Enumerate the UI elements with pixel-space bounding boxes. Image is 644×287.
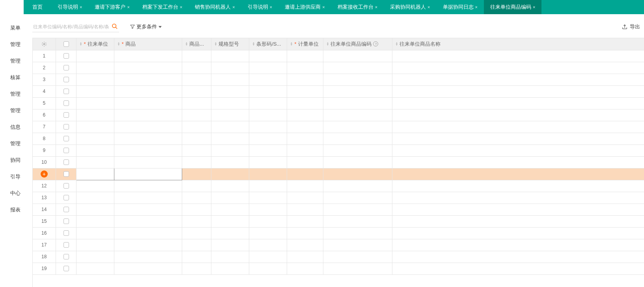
cell[interactable] [287,239,323,251]
cell[interactable] [211,204,249,215]
cell[interactable] [182,251,211,263]
cell[interactable] [76,62,114,74]
cell[interactable] [182,227,211,239]
cell[interactable] [114,204,182,215]
close-icon[interactable]: × [127,5,129,9]
cell[interactable] [287,97,323,109]
cell[interactable] [287,227,323,239]
table-row[interactable]: 5 [33,97,644,109]
cell[interactable] [211,133,249,144]
sidebar-item[interactable]: 报表 [0,202,24,218]
cell[interactable] [76,227,114,239]
cell[interactable] [182,156,211,168]
cell[interactable] [182,168,211,180]
cell[interactable] [287,192,323,204]
cell[interactable] [211,85,249,97]
cell[interactable] [182,62,211,74]
cell[interactable] [76,109,114,121]
cell[interactable] [249,263,287,274]
cell[interactable] [249,180,287,192]
cell[interactable] [76,215,114,227]
cell[interactable] [182,180,211,192]
cell[interactable] [323,144,392,156]
cell[interactable] [287,62,323,74]
column-header-product[interactable]: ▲▼* 商品 [114,38,182,50]
column-header-barcode[interactable]: ▲▼条形码/S... [249,38,287,50]
cell[interactable] [182,97,211,109]
cell[interactable] [114,263,182,274]
sort-icon[interactable]: ▲▼ [327,42,329,46]
cell[interactable] [249,239,287,251]
sort-icon[interactable]: ▲▼ [215,42,217,46]
cell[interactable] [392,97,644,109]
cell[interactable] [211,192,249,204]
cell[interactable] [114,144,182,156]
search-input[interactable] [32,21,119,32]
row-checkbox[interactable] [63,218,69,224]
cell[interactable] [392,144,644,156]
cell[interactable] [392,239,644,251]
sidebar-item[interactable]: 信息 [0,119,24,135]
sidebar-item[interactable]: 管理 [0,102,24,119]
tab[interactable]: 档案下发工作台× [136,0,189,14]
cell[interactable] [323,251,392,263]
tab[interactable]: 引导说明× [51,0,88,14]
cell[interactable] [392,180,644,192]
cell[interactable] [287,85,323,97]
sort-icon[interactable]: ▲▼ [290,42,293,46]
cell[interactable] [76,144,114,156]
row-checkbox[interactable] [63,159,69,165]
row-checkbox[interactable] [63,112,69,118]
cell[interactable] [287,133,323,144]
cell[interactable] [114,227,182,239]
table-row[interactable]: 16 [33,227,644,239]
cell[interactable] [182,239,211,251]
row-checkbox[interactable] [63,53,69,59]
cell[interactable] [287,144,323,156]
cell[interactable] [76,74,114,85]
cell[interactable] [76,263,114,274]
close-icon[interactable]: × [375,5,377,9]
table-row[interactable]: 9 [33,144,644,156]
cell[interactable] [114,239,182,251]
cell[interactable] [182,121,211,133]
cell[interactable] [182,50,211,62]
cell[interactable] [249,168,287,180]
cell[interactable] [211,109,249,121]
help-icon[interactable]: ? [373,41,378,46]
cell[interactable] [392,215,644,227]
row-checkbox[interactable] [63,136,69,141]
row-checkbox[interactable] [63,124,69,130]
cell[interactable] [76,239,114,251]
row-checkbox[interactable] [63,195,69,200]
cell[interactable] [76,204,114,215]
table-row[interactable]: 13 [33,192,644,204]
cell[interactable] [249,144,287,156]
select-all-checkbox[interactable] [63,41,69,47]
table-row[interactable]: 3 [33,74,644,85]
cell[interactable] [249,227,287,239]
cell[interactable] [287,74,323,85]
cell[interactable] [287,156,323,168]
cell[interactable] [182,109,211,121]
sort-icon[interactable]: ▲▼ [252,42,255,46]
cell[interactable] [392,227,644,239]
cell[interactable] [76,50,114,62]
cell[interactable] [249,50,287,62]
cell[interactable] [392,168,644,180]
cell[interactable] [323,50,392,62]
close-icon[interactable]: × [270,5,272,9]
cell[interactable] [211,227,249,239]
gear-icon[interactable] [41,41,47,47]
close-icon[interactable]: × [232,5,235,9]
row-checkbox[interactable] [63,183,69,189]
cell[interactable] [114,74,182,85]
cell[interactable] [323,74,392,85]
tab[interactable]: 往来单位商品编码× [484,0,541,14]
cell[interactable] [114,133,182,144]
cell[interactable] [211,251,249,263]
cell[interactable] [392,74,644,85]
row-checkbox[interactable] [63,171,69,177]
cell[interactable] [114,109,182,121]
cell[interactable] [211,121,249,133]
